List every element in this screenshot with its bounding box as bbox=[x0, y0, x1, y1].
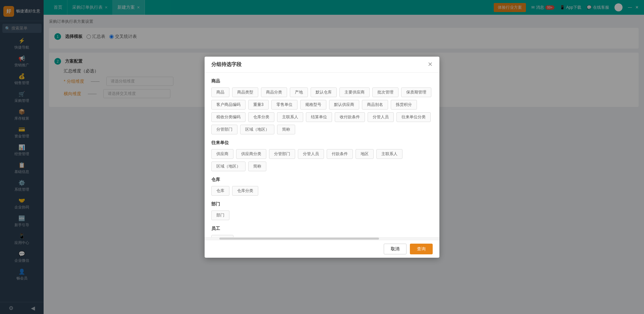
field-tags-partner: 供应商供应商分类分管部门分管人员付款条件地区主联系人区域（地区）简称 bbox=[211, 149, 433, 171]
cancel-button[interactable]: 取消 bbox=[384, 244, 407, 254]
modal-scroll-thumb bbox=[219, 238, 379, 240]
field-tag[interactable]: 简称 bbox=[248, 162, 266, 171]
field-group-staff: 员工业务员 bbox=[211, 226, 433, 237]
modal-footer: 取消 查询 bbox=[205, 240, 439, 258]
field-tags-department: 部门 bbox=[211, 210, 433, 220]
field-tag[interactable]: 主联系人 bbox=[376, 149, 402, 159]
field-tag[interactable]: 商品分类 bbox=[261, 87, 287, 97]
field-tag[interactable]: 供应商 bbox=[211, 149, 233, 159]
field-tag[interactable]: 产地 bbox=[290, 87, 308, 97]
field-group-partner: 往来单位供应商供应商分类分管部门分管人员付款条件地区主联系人区域（地区）简称 bbox=[211, 140, 433, 171]
field-group-label-staff: 员工 bbox=[211, 226, 433, 232]
field-tag[interactable]: 分管部门 bbox=[211, 125, 237, 134]
field-tag[interactable]: 结算单位 bbox=[306, 112, 332, 122]
modal-overlay: 分组待选字段 ✕ 商品商品商品类型商品分类产地默认仓库主要供应商批次管理保质期管… bbox=[0, 0, 644, 314]
modal-header: 分组待选字段 ✕ bbox=[205, 57, 439, 73]
field-tag[interactable]: 规格型号 bbox=[300, 100, 326, 110]
field-tag[interactable]: 分管部门 bbox=[269, 149, 295, 159]
field-tag[interactable]: 主要供应商 bbox=[339, 87, 370, 97]
field-tag[interactable]: 地区 bbox=[356, 149, 374, 159]
field-group-label-partner: 往来单位 bbox=[211, 140, 433, 146]
field-tag[interactable]: 默认供应商 bbox=[329, 100, 359, 110]
field-tag[interactable]: 默认仓库 bbox=[311, 87, 337, 97]
field-tag[interactable]: 商品 bbox=[211, 87, 229, 97]
field-tag[interactable]: 区域（地区） bbox=[240, 125, 274, 134]
field-tag[interactable]: 主联系人 bbox=[277, 112, 303, 122]
field-tag[interactable]: 区域（地区） bbox=[211, 162, 246, 171]
field-select-modal: 分组待选字段 ✕ 商品商品商品类型商品分类产地默认仓库主要供应商批次管理保质期管… bbox=[205, 57, 439, 258]
field-tag[interactable]: 保质期管理 bbox=[401, 87, 431, 97]
field-group-goods: 商品商品商品类型商品分类产地默认仓库主要供应商批次管理保质期管理客户商品编码重量… bbox=[211, 78, 433, 134]
field-tag[interactable]: 分管人员 bbox=[368, 112, 394, 122]
field-tag[interactable]: 零售单位 bbox=[271, 100, 298, 110]
field-tag[interactable]: 付款条件 bbox=[327, 149, 353, 159]
modal-close-btn[interactable]: ✕ bbox=[428, 61, 433, 67]
field-tag[interactable]: 收付款条件 bbox=[335, 112, 365, 122]
modal-body: 商品商品商品类型商品分类产地默认仓库主要供应商批次管理保质期管理客户商品编码重量… bbox=[205, 73, 439, 237]
field-tags-warehouse: 仓库仓库分类 bbox=[211, 186, 433, 196]
field-tag[interactable]: 仓库分类 bbox=[248, 112, 274, 122]
modal-scrollbar[interactable] bbox=[205, 237, 439, 240]
field-tag[interactable]: 业务员 bbox=[211, 235, 233, 237]
field-tag[interactable]: 供应商分类 bbox=[236, 149, 266, 159]
modal-title: 分组待选字段 bbox=[211, 61, 241, 68]
field-tags-goods: 商品商品类型商品分类产地默认仓库主要供应商批次管理保质期管理客户商品编码重量3零… bbox=[211, 87, 433, 134]
field-tag[interactable]: 重量3 bbox=[248, 100, 269, 110]
field-group-label-department: 部门 bbox=[211, 201, 433, 207]
field-group-label-warehouse: 仓库 bbox=[211, 177, 433, 183]
field-group-label-goods: 商品 bbox=[211, 78, 433, 84]
field-tag[interactable]: 往来单位分类 bbox=[396, 112, 431, 122]
field-tag[interactable]: 税收分类编码 bbox=[211, 112, 246, 122]
field-tag[interactable]: 部门 bbox=[211, 210, 229, 220]
field-tag[interactable]: 仓库分类 bbox=[232, 186, 258, 196]
field-tag[interactable]: 简称 bbox=[277, 125, 295, 134]
field-tag[interactable]: 批次管理 bbox=[372, 87, 398, 97]
field-tags-staff: 业务员 bbox=[211, 235, 433, 237]
field-group-department: 部门部门 bbox=[211, 201, 433, 220]
field-tag[interactable]: 商品类型 bbox=[232, 87, 258, 97]
field-tag[interactable]: 拣货积分 bbox=[391, 100, 417, 110]
field-tag[interactable]: 仓库 bbox=[211, 186, 229, 196]
field-tag[interactable]: 分管人员 bbox=[298, 149, 324, 159]
field-tag[interactable]: 客户商品编码 bbox=[211, 100, 246, 110]
field-group-warehouse: 仓库仓库仓库分类 bbox=[211, 177, 433, 196]
confirm-button[interactable]: 查询 bbox=[410, 244, 433, 254]
field-tag[interactable]: 商品别名 bbox=[362, 100, 388, 110]
